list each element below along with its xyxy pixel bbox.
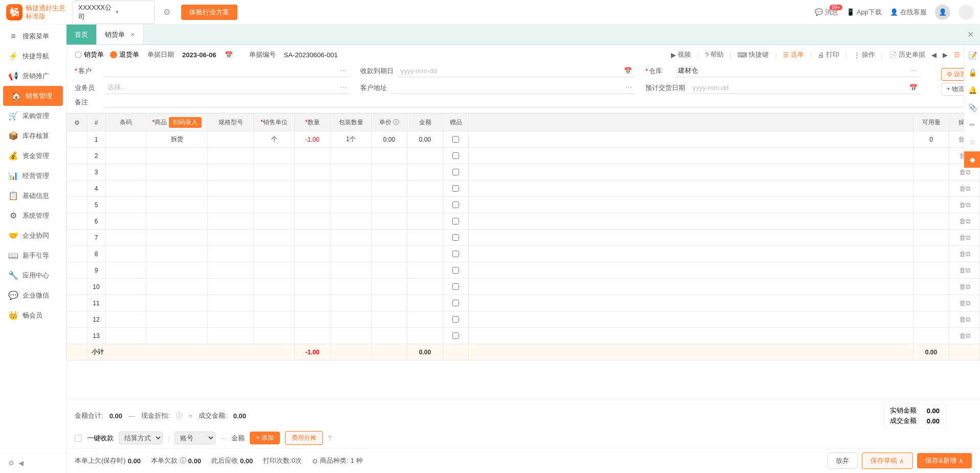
row-delete-icon[interactable]: 🗑 — [959, 201, 966, 209]
toolbar-nav-next[interactable]: ▶ — [943, 51, 948, 59]
radio-return-order[interactable]: 退货单 — [110, 50, 139, 59]
sidebar-item-wechat[interactable]: 💬 企业微信 — [0, 285, 66, 305]
gift-checkbox-7[interactable] — [452, 234, 459, 241]
toolbar-list-view[interactable]: ☰ — [954, 51, 960, 59]
gift-checkbox-6[interactable] — [452, 218, 459, 224]
tab-close-icon[interactable]: ✕ — [130, 31, 135, 38]
tab-sales-order[interactable]: 销货单 ✕ — [97, 25, 144, 44]
row-delete-icon[interactable]: 🗑 — [959, 299, 966, 307]
gift-checkbox-1[interactable] — [452, 136, 459, 143]
row-copy-icon[interactable]: ⧉ — [966, 201, 970, 209]
save-draft-button[interactable]: 保存草稿 ∧ — [862, 453, 913, 469]
toolbar-print[interactable]: 🖨 打印 — [818, 50, 839, 59]
gift-checkbox-3[interactable] — [452, 169, 459, 175]
toolbar-nav-prev[interactable]: ◀ — [931, 51, 937, 59]
sidebar-item-system[interactable]: ⚙ 系统管理 — [0, 206, 66, 226]
row-copy-icon[interactable]: ⧉ — [966, 217, 970, 225]
add-payment-button[interactable]: + 添加 — [250, 432, 279, 444]
gift-checkbox-11[interactable] — [452, 300, 459, 306]
table-container[interactable]: ⚙ # 条码 *商品 扫码录入 规格型号 *销售单位 *数量 包装数量 单价 ⓘ… — [67, 113, 980, 400]
row-copy-icon[interactable]: ⧉ — [966, 185, 970, 192]
right-panel-lock[interactable]: 🔒 — [964, 64, 980, 81]
gift-checkbox-5[interactable] — [452, 201, 459, 208]
sidebar-item-enterprise[interactable]: 🤝 企业协同 — [0, 226, 66, 245]
delivery-date-input[interactable]: yyyy-mm-dd 📅 — [689, 82, 921, 94]
customer-input[interactable]: ··· — [104, 64, 350, 77]
right-panel-orange[interactable]: ◆ — [964, 151, 980, 168]
avatar-2[interactable] — [959, 5, 974, 20]
discard-button[interactable]: 放弃 — [827, 453, 858, 469]
radio-sales-order[interactable]: 销货单 — [75, 50, 104, 59]
date-picker-icon[interactable]: 📅 — [225, 51, 233, 59]
gift-checkbox-10[interactable] — [452, 283, 459, 290]
toolbar-history[interactable]: 📄 历史单据 — [889, 50, 925, 59]
row-copy-icon[interactable]: ⧉ — [966, 283, 970, 290]
gift-checkbox-9[interactable] — [452, 267, 459, 274]
expense-button[interactable]: 费用分摊 — [285, 431, 323, 445]
row-copy-icon[interactable]: ⧉ — [966, 332, 970, 340]
sidebar-item-basic[interactable]: 📋 基础信息 — [0, 186, 66, 206]
row-delete-icon[interactable]: 🗑 — [959, 283, 966, 290]
sidebar-item-purchase[interactable]: 🛒 采购管理 — [0, 106, 66, 126]
online-service-item[interactable]: 👤 在线客服 — [890, 8, 927, 17]
toolbar-operation[interactable]: ⋮ 操作 — [854, 50, 875, 59]
sidebar-item-sales[interactable]: 🏠 销售管理 — [3, 86, 63, 106]
toolbar-video[interactable]: ▶ 视频 — [671, 50, 691, 59]
gift-checkbox-4[interactable] — [452, 185, 459, 192]
note-input[interactable] — [104, 97, 972, 107]
notification-item[interactable]: 💬 消息 99+ — [815, 8, 838, 17]
account-select[interactable]: 账号 — [175, 432, 215, 444]
row-copy-icon[interactable]: ⧉ — [966, 234, 970, 241]
row-delete-icon[interactable]: 🗑 — [959, 332, 966, 340]
one-click-pay-checkbox[interactable] — [75, 435, 82, 442]
th-settings[interactable]: ⚙ — [67, 114, 88, 131]
tab-home[interactable]: 首页 — [67, 25, 97, 44]
due-date-input[interactable]: yyyy-mm-dd 📅 — [398, 65, 636, 77]
row-delete-icon[interactable]: 🗑 — [959, 185, 966, 192]
sidebar-collapse-icon[interactable]: ◀ — [18, 459, 24, 467]
right-panel-notes[interactable]: 📝 — [964, 47, 980, 63]
company-selector[interactable]: XXXXXX公司 ▼ — [73, 1, 155, 24]
row-delete-icon[interactable]: 🗑 — [959, 266, 966, 274]
sidebar-item-finance[interactable]: 💰 资金管理 — [0, 146, 66, 166]
sidebar-item-search[interactable]: ≡ 搜索菜单 — [0, 27, 66, 46]
trial-button[interactable]: 体验行业方案 — [181, 5, 237, 20]
gift-checkbox-2[interactable] — [452, 152, 459, 159]
scan-button[interactable]: 扫码录入 — [169, 117, 202, 128]
row-copy-icon[interactable]: ⧉ — [966, 250, 970, 258]
row-delete-icon[interactable]: 🗑 — [959, 316, 966, 323]
topbar-settings-icon[interactable]: ⚙ — [159, 4, 175, 20]
gift-checkbox-8[interactable] — [452, 251, 459, 257]
app-download-item[interactable]: 📱 App下载 — [846, 8, 882, 17]
sidebar-item-quick-nav[interactable]: ⚡ 快捷导航 — [0, 46, 66, 66]
gift-checkbox-13[interactable] — [452, 332, 459, 339]
sidebar-item-member[interactable]: 👑 畅会员 — [0, 305, 66, 325]
warehouse-input[interactable]: 建材仓 ··· — [675, 64, 921, 77]
save-new-button[interactable]: 保存&新增 ∧ — [917, 453, 972, 468]
close-all-tabs-button[interactable]: ✕ — [961, 25, 980, 44]
avatar[interactable]: 👤 — [935, 5, 950, 20]
sidebar-item-apps[interactable]: 🔧 应用中心 — [0, 265, 66, 285]
row-delete-icon[interactable]: 🗑 — [959, 217, 966, 225]
sidebar-settings-icon[interactable]: ⚙ — [8, 459, 14, 467]
row-delete-icon[interactable]: 🗑 — [959, 250, 966, 258]
sidebar-item-guide[interactable]: 📖 新手引导 — [0, 245, 66, 265]
right-panel-attachment[interactable]: 📎 — [964, 99, 980, 116]
right-panel-edit[interactable]: ✏ — [964, 117, 980, 133]
right-panel-star[interactable]: ☆ — [964, 134, 980, 150]
sidebar-item-management[interactable]: 📊 经营管理 — [0, 166, 66, 186]
gift-checkbox-12[interactable] — [452, 316, 459, 323]
row-copy-icon[interactable]: ⧉ — [966, 316, 970, 323]
toolbar-help[interactable]: ? 帮助 — [705, 50, 724, 59]
settlement-method-select[interactable]: 结算方式 — [119, 432, 163, 444]
customer-addr-input[interactable]: ··· — [391, 81, 636, 94]
row-delete-icon[interactable]: 🗑 — [959, 234, 966, 241]
right-panel-bell[interactable]: 🔔 — [964, 82, 980, 98]
row-copy-icon[interactable]: ⧉ — [966, 266, 970, 274]
salesperson-input[interactable]: 选择... ··· — [104, 81, 350, 94]
sidebar-item-inventory[interactable]: 📦 库存核算 — [0, 126, 66, 146]
row-copy-icon[interactable]: ⧉ — [966, 299, 970, 307]
toolbar-shortcut[interactable]: ⌨ 快捷键 — [737, 50, 769, 59]
toolbar-select[interactable]: ☰ 选单 — [783, 50, 804, 59]
sidebar-item-marketing[interactable]: 📢 营销推广 — [0, 66, 66, 86]
